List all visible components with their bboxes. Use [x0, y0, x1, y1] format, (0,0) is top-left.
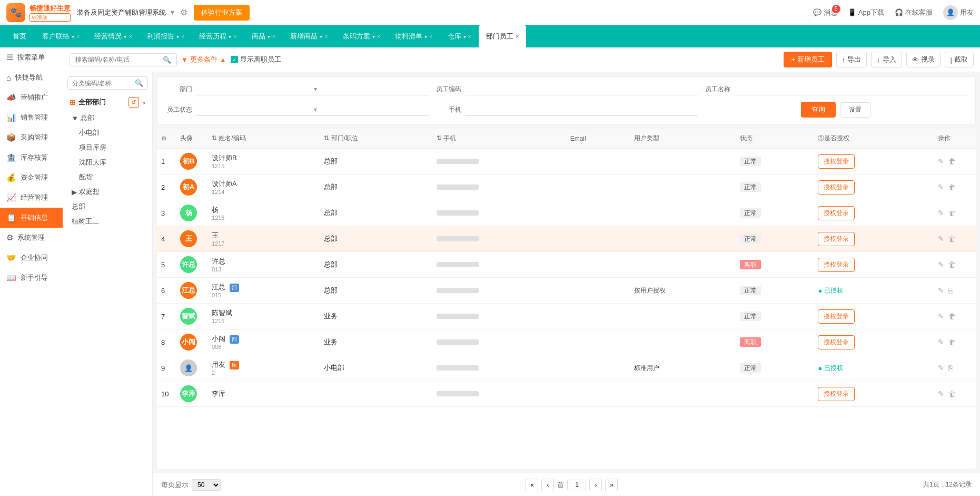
sidebar-item-basic-info[interactable]: 📋 基础信息 — [0, 208, 63, 228]
page-input[interactable] — [567, 480, 586, 490]
dept-node-zhishu[interactable]: 植树王二 — [70, 214, 148, 229]
dept-node-shuangtingxiang[interactable]: ▶ 双庭想 — [70, 184, 148, 199]
sidebar-item-system[interactable]: ⚙ 系统管理 — [0, 228, 63, 248]
dept-node-shenyang[interactable]: 沈阳大库 — [77, 155, 148, 170]
auth-button[interactable]: 授权登录 — [818, 309, 855, 324]
sidebar-item-finance[interactable]: 💰 资金管理 — [0, 168, 63, 188]
tab-close[interactable]: × — [324, 33, 328, 40]
edit-icon[interactable]: ✎ — [938, 364, 944, 372]
dept-node-head[interactable]: ▼ 总部 — [70, 111, 148, 125]
sidebar-item-inventory[interactable]: 🏦 库存核算 — [0, 148, 63, 168]
edit-icon[interactable]: ✎ — [938, 209, 944, 217]
sidebar-item-purchase[interactable]: 📦 采购管理 — [0, 128, 63, 148]
delete-icon[interactable]: 🗑 — [948, 157, 956, 166]
tab-close[interactable]: × — [76, 33, 80, 40]
delete-icon[interactable]: 🗑 — [948, 183, 956, 191]
dept-node-headquarter[interactable]: 总部 — [70, 199, 148, 214]
export-button[interactable]: ↑ 导出 — [836, 52, 867, 67]
emp-code-input[interactable] — [466, 83, 698, 95]
resigned-checkbox[interactable]: ✓ — [231, 56, 238, 63]
tab-close[interactable]: × — [377, 33, 380, 40]
delete-icon[interactable]: 🗑 — [948, 312, 956, 320]
sidebar-item-quick-nav[interactable]: ⌂ 快捷导航 — [0, 67, 63, 87]
auth-button[interactable]: 授权登录 — [818, 154, 855, 169]
dept-node-project[interactable]: 项目库房 — [77, 140, 148, 155]
tab-add-goods[interactable]: 新增商品▾× — [283, 25, 335, 47]
tab-goods[interactable]: 商品▾× — [244, 25, 283, 47]
delete-icon[interactable]: 🗑 — [948, 235, 956, 243]
tab-close[interactable]: × — [128, 33, 132, 40]
delete-icon[interactable]: 🗑 — [948, 338, 956, 346]
query-button[interactable]: 查询 — [801, 102, 836, 118]
sidebar-item-sales[interactable]: 📊 销售管理 — [0, 108, 63, 128]
edit-icon[interactable]: ✎ — [938, 390, 944, 398]
dept-collapse-button[interactable]: « — [142, 99, 146, 106]
sidebar-item-management[interactable]: 📈 经营管理 — [0, 188, 63, 208]
col-settings[interactable]: ⚙ — [157, 129, 176, 149]
per-page-select[interactable]: 50 100 200 — [192, 479, 221, 491]
sidebar-item-guide[interactable]: 📖 新手引导 — [0, 268, 63, 288]
delete-icon[interactable]: 🗑 — [948, 390, 956, 398]
tab-close[interactable]: × — [233, 33, 236, 40]
auth-button[interactable]: 授权登录 — [818, 258, 855, 272]
col-dept-pos[interactable]: ⇅ 部门/职位 — [320, 129, 432, 149]
sidebar-item-marketing[interactable]: 📣 营销推广 — [0, 87, 63, 108]
view-button[interactable]: 👁 视录 — [906, 52, 941, 67]
user-menu[interactable]: 👤 用友 — [943, 5, 974, 20]
show-resigned-toggle[interactable]: ✓ 显示离职员工 — [231, 55, 281, 64]
search-icon[interactable]: 🔍 — [163, 56, 171, 64]
tab-close[interactable]: × — [181, 33, 184, 40]
edit-icon[interactable]: ✎ — [938, 183, 944, 191]
tab-home[interactable]: 首页 — [4, 28, 35, 44]
tab-close[interactable]: × — [272, 33, 275, 40]
tab-barcode[interactable]: 条码方案▾× — [335, 25, 388, 47]
sidebar-item-collab[interactable]: 🤝 企业协同 — [0, 248, 63, 268]
tab-bom[interactable]: 物料清单▾× — [388, 25, 440, 47]
tab-dept-staff[interactable]: 部门员工× — [479, 25, 526, 47]
settings-button[interactable]: ⚙ — [180, 7, 187, 17]
edit-icon[interactable]: ✎ — [938, 338, 944, 346]
online-service-button[interactable]: 🎧 在线客服 — [895, 8, 933, 17]
edit-icon[interactable]: ✎ — [938, 312, 944, 320]
app-download-button[interactable]: 📱 App下载 — [848, 8, 884, 17]
copy-icon[interactable]: ⎘ — [948, 286, 953, 295]
prev-page-button[interactable]: ‹ — [541, 479, 554, 491]
phone-input[interactable] — [466, 104, 698, 116]
dept-search-icon[interactable]: 🔍 — [135, 79, 143, 87]
dropdown-icon[interactable]: ▼ — [169, 8, 176, 16]
first-page-button[interactable]: « — [526, 479, 538, 491]
reset-button[interactable]: 设置 — [840, 102, 870, 118]
dept-search-input[interactable] — [72, 80, 135, 87]
dept-node-distribution[interactable]: 配货 — [77, 170, 148, 184]
auth-button[interactable]: 授权登录 — [818, 232, 855, 246]
search-input[interactable] — [75, 56, 160, 63]
tab-profit[interactable]: 利润报告▾× — [140, 25, 192, 47]
import-button[interactable]: ↓ 导入 — [871, 52, 902, 67]
edit-icon[interactable]: ✎ — [938, 157, 944, 166]
trial-button[interactable]: 体验行业方案 — [194, 5, 250, 21]
tab-close[interactable]: × — [468, 33, 471, 40]
tab-operation[interactable]: 经营情况▾× — [87, 25, 139, 47]
next-page-button[interactable]: › — [589, 479, 602, 491]
edit-icon[interactable]: ✎ — [938, 235, 944, 243]
copy-icon[interactable]: ⎘ — [948, 364, 953, 372]
dept-node-small-elec[interactable]: 小电部 — [77, 125, 148, 140]
tab-close[interactable]: × — [516, 33, 519, 40]
dept-select[interactable]: ▾ — [196, 83, 429, 95]
auth-button[interactable]: 授权登录 — [818, 180, 855, 194]
tab-history[interactable]: 经营历程▾× — [192, 25, 244, 47]
auth-button[interactable]: 授权登录 — [818, 387, 855, 401]
delete-icon[interactable]: 🗑 — [948, 209, 956, 217]
delete-icon[interactable]: 🗑 — [948, 260, 956, 269]
edit-icon[interactable]: ✎ — [938, 286, 944, 295]
last-page-button[interactable]: » — [605, 479, 618, 491]
auth-button[interactable]: 授权登录 — [818, 206, 855, 220]
col-phone[interactable]: ⇅ 手机 — [432, 129, 566, 149]
sidebar-item-search[interactable]: ☰ 搜索菜单 — [0, 47, 63, 67]
tab-close[interactable]: × — [429, 33, 432, 40]
dept-refresh-button[interactable]: ↺ — [128, 97, 139, 108]
more-filter-btn[interactable]: ▼ 更多条件 ▲ — [181, 55, 226, 64]
emp-status-select[interactable]: ▾ — [196, 104, 429, 116]
more-button[interactable]: | 截取 — [945, 52, 974, 67]
add-employee-button[interactable]: + 新增员工 — [784, 52, 831, 67]
